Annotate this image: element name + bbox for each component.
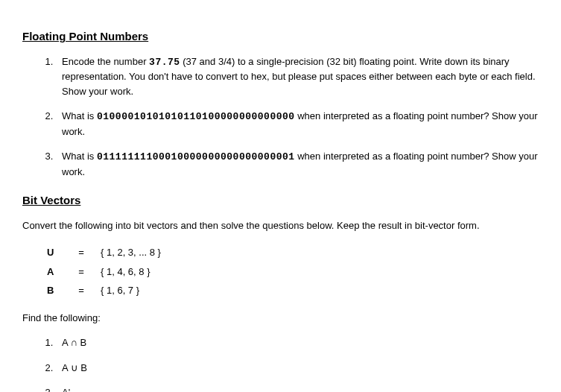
set-row-u: U = { 1, 2, 3, ... 8 } xyxy=(41,243,167,262)
fp-item-1: Encode the number 37.75 (37 and 3/4) to … xyxy=(56,54,539,99)
question-2: A ∪ B xyxy=(56,361,539,376)
bitvectors-intro: Convert the following into bit vectors a… xyxy=(22,218,539,233)
set-u-label: U xyxy=(41,243,68,262)
set-row-b: B = { 1, 6, 7 } xyxy=(41,281,167,300)
question-3: A' xyxy=(56,385,539,392)
set-a-value: { 1, 4, 6, 8 } xyxy=(95,262,167,282)
section-title-bitvectors: Bit Vectors xyxy=(22,192,539,209)
set-b-eq: = xyxy=(68,281,95,300)
fp-item-3-code: 01111111100010000000000000000001 xyxy=(97,151,295,162)
questions-list: A ∩ B A ∪ B A' A – B xyxy=(22,335,539,392)
set-b-value: { 1, 6, 7 } xyxy=(95,281,167,300)
fp-item-3-pre: What is xyxy=(62,151,97,162)
set-a-label: A xyxy=(41,262,68,282)
set-u-eq: = xyxy=(68,243,95,262)
floating-point-list: Encode the number 37.75 (37 and 3/4) to … xyxy=(22,54,539,180)
fp-item-1-pre: Encode the number xyxy=(62,56,149,67)
fp-item-3: What is 01111111100010000000000000000001… xyxy=(56,149,539,179)
set-a-eq: = xyxy=(68,262,95,282)
fp-item-2-code: 01000010101010110100000000000000 xyxy=(97,111,295,122)
set-u-value: { 1, 2, 3, ... 8 } xyxy=(95,243,167,262)
fp-item-2-pre: What is xyxy=(62,110,97,121)
fp-item-1-code: 37.75 xyxy=(149,57,180,68)
set-row-a: A = { 1, 4, 6, 8 } xyxy=(41,262,167,282)
sets-table: U = { 1, 2, 3, ... 8 } A = { 1, 4, 6, 8 … xyxy=(41,243,167,300)
find-label: Find the following: xyxy=(22,311,539,326)
question-1: A ∩ B xyxy=(56,335,539,350)
set-b-label: B xyxy=(41,281,68,300)
fp-item-2: What is 01000010101010110100000000000000… xyxy=(56,109,539,139)
section-title-floating: Floating Point Numbers xyxy=(22,28,539,45)
